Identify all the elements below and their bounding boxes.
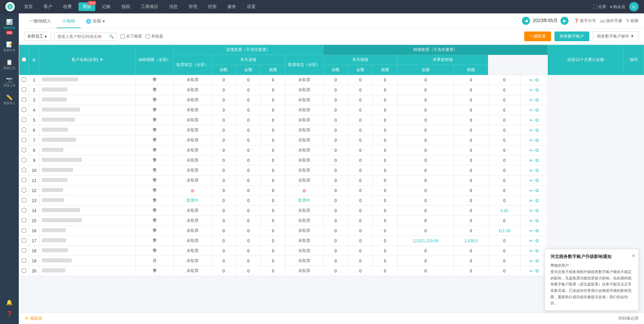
digital-account-btn[interactable]: 税务数字账户 xyxy=(554,31,589,41)
notif-close-btn[interactable]: ✕ xyxy=(632,252,636,259)
row-checkbox[interactable] xyxy=(22,208,26,212)
copy-icon[interactable]: ⧉ xyxy=(535,97,539,103)
nav-msg[interactable]: 消息 xyxy=(165,2,182,11)
copy-icon[interactable]: ⧉ xyxy=(535,208,539,213)
copy-icon[interactable]: ⧉ xyxy=(535,157,539,163)
copy-icon[interactable]: ⧉ xyxy=(535,147,539,153)
copy-icon[interactable]: ⧉ xyxy=(535,228,539,234)
row-checkbox[interactable] xyxy=(22,148,26,152)
sidebar-item-entry[interactable]: ✏️ 票据录入 xyxy=(0,91,19,108)
td-name[interactable] xyxy=(39,135,136,145)
edit-icon[interactable]: ✏ xyxy=(529,128,533,133)
td-name[interactable] xyxy=(39,105,136,115)
copy-icon[interactable]: ⧉ xyxy=(535,198,539,203)
td-name[interactable] xyxy=(39,155,136,166)
row-checkbox[interactable] xyxy=(22,268,26,273)
row-checkbox[interactable] xyxy=(22,87,26,92)
manual-btn[interactable]: 📖 操作手册 xyxy=(600,18,622,24)
copy-icon[interactable]: ⧉ xyxy=(535,248,539,254)
vip-btn[interactable]: ♦ 购会员 xyxy=(610,4,625,10)
rolling12-value[interactable]: 5.00 xyxy=(500,208,508,213)
edit-icon[interactable]: ✏ xyxy=(529,168,533,173)
nav-biz[interactable]: 工商项目 xyxy=(137,2,162,11)
has-tax-checkbox-label[interactable]: 有税盘 xyxy=(146,34,163,39)
edit-icon[interactable]: ✏ xyxy=(529,118,533,123)
sidebar-item-openinvoice[interactable]: 📝 发票开具 xyxy=(0,39,19,55)
guide-btn[interactable]: ❓ 新手引导 xyxy=(574,18,596,24)
edit-icon[interactable]: ✏ xyxy=(529,228,533,234)
td-name[interactable] xyxy=(39,95,136,105)
edit-icon[interactable]: ✏ xyxy=(529,148,533,153)
td-name[interactable] xyxy=(39,145,136,155)
row-checkbox[interactable] xyxy=(22,77,26,82)
sidebar-item-summary[interactable]: 📋 票据汇总 xyxy=(0,56,19,73)
tab-general[interactable]: 一般纳税人 xyxy=(24,15,57,28)
row-checkbox[interactable] xyxy=(22,98,26,102)
td-name[interactable] xyxy=(39,166,136,176)
copy-icon[interactable]: ⧉ xyxy=(535,238,539,244)
edit-icon[interactable]: ✏ xyxy=(529,138,533,143)
edit-icon[interactable]: ✏ xyxy=(529,108,533,113)
sidebar-item-smartticket[interactable]: 📊 智能票账 new xyxy=(0,16,19,37)
qtr-tax-value[interactable]: 1,638.5 xyxy=(464,239,478,243)
td-name[interactable] xyxy=(39,176,136,186)
td-name[interactable] xyxy=(39,206,136,216)
copy-icon[interactable]: ⧉ xyxy=(535,218,539,223)
sidebar-item-scan[interactable]: 📷 扫描上传 xyxy=(0,74,19,90)
td-name[interactable] xyxy=(39,186,136,196)
row-checkbox[interactable] xyxy=(22,158,26,162)
row-checkbox[interactable] xyxy=(22,248,26,253)
row-checkbox[interactable] xyxy=(22,198,26,202)
search-icon[interactable]: 🔍 xyxy=(109,34,114,39)
copy-icon[interactable]: ⧉ xyxy=(535,137,539,143)
edit-icon[interactable]: ✏ xyxy=(529,268,533,274)
edit-icon[interactable]: ✏ xyxy=(529,258,533,264)
user-avatar[interactable]: U xyxy=(629,2,639,11)
copy-icon[interactable]: ⧉ xyxy=(535,178,539,183)
td-name[interactable] xyxy=(39,75,136,85)
row-checkbox[interactable] xyxy=(22,108,26,112)
select-all-checkbox[interactable] xyxy=(22,57,26,62)
edit-icon[interactable]: ✏ xyxy=(529,98,533,103)
row-checkbox[interactable] xyxy=(22,258,26,263)
row-checkbox[interactable] xyxy=(22,238,26,243)
td-name[interactable] xyxy=(39,85,136,95)
copy-icon[interactable]: ⧉ xyxy=(535,87,539,93)
td-name[interactable] xyxy=(39,115,136,125)
nav-settings[interactable]: 设置 xyxy=(243,2,260,11)
search-input[interactable] xyxy=(57,34,108,39)
tab-all[interactable]: 🌐 全能 ▾ xyxy=(80,15,110,28)
nav-fee[interactable]: 收费 xyxy=(59,2,76,11)
sidebar-item-help[interactable]: ❓ xyxy=(5,308,14,320)
copy-icon[interactable]: ⧉ xyxy=(535,168,539,173)
tax-policy-link[interactable]: ⚡ 税政策 xyxy=(24,316,42,321)
one-key-btn[interactable]: 一键取票 xyxy=(524,31,551,41)
td-name[interactable] xyxy=(39,246,136,256)
nav-home[interactable]: 首页 xyxy=(20,2,37,11)
row-checkbox[interactable] xyxy=(22,218,26,222)
td-name[interactable] xyxy=(39,196,136,206)
nav-service[interactable]: 服务 xyxy=(223,2,240,11)
row-checkbox[interactable] xyxy=(22,228,26,233)
edit-icon[interactable]: ✏ xyxy=(529,77,533,83)
edit-icon[interactable]: ✏ xyxy=(529,188,533,193)
next-month-btn[interactable]: ▶ xyxy=(560,17,569,25)
edit-icon[interactable]: ✏ xyxy=(529,238,533,244)
copy-icon[interactable]: ⧉ xyxy=(535,107,539,113)
fullscreen-btn[interactable]: ⛶ 全屏 xyxy=(593,4,606,10)
qtr-amount-value[interactable]: 12,621,319.99 xyxy=(413,239,438,243)
edit-icon[interactable]: ✏ xyxy=(529,208,533,213)
row-checkbox[interactable] xyxy=(22,138,26,142)
rolling12-value[interactable]: 311.00 xyxy=(498,229,511,233)
prev-month-btn[interactable]: ◀ xyxy=(522,17,530,25)
edit-icon[interactable]: ✏ xyxy=(529,198,533,203)
td-name[interactable] xyxy=(39,256,136,266)
td-name[interactable] xyxy=(39,125,136,135)
copy-icon[interactable]: ⧉ xyxy=(535,188,539,193)
row-checkbox[interactable] xyxy=(22,188,26,192)
edit-icon[interactable]: ✏ xyxy=(529,178,533,183)
copy-icon[interactable]: ⧉ xyxy=(535,127,539,133)
td-name[interactable] xyxy=(39,216,136,226)
row-checkbox[interactable] xyxy=(22,128,26,132)
td-name[interactable] xyxy=(39,236,136,246)
